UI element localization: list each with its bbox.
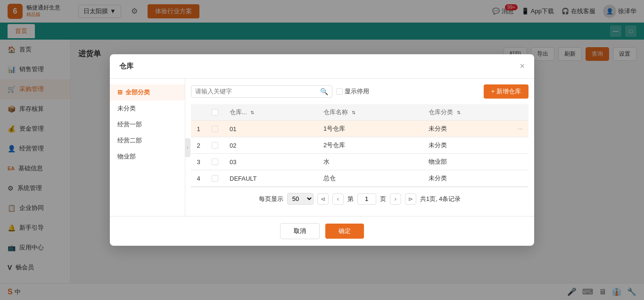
warehouse-table: 仓库... ⇅ 仓库名称 ⇅ 仓库分类 ⇅ xyxy=(191,104,528,187)
search-input[interactable] xyxy=(195,88,320,95)
search-wrap: 🔍 xyxy=(191,85,332,98)
th-name: 仓库名称 ⇅ xyxy=(318,104,423,121)
row-num: 2 xyxy=(191,137,206,154)
search-icon[interactable]: 🔍 xyxy=(320,88,328,95)
modal-header: 仓库 × xyxy=(110,54,534,79)
category-item-dept2[interactable]: 经营二部 xyxy=(110,133,185,149)
table-row[interactable]: 2 02 2号仓库 未分类 xyxy=(191,137,528,154)
per-page-label: 每页显示 xyxy=(259,195,283,203)
warehouse-name: 1号仓库 xyxy=(318,120,423,137)
warehouse-category: 物业部 xyxy=(423,154,528,170)
close-icon[interactable]: × xyxy=(520,62,525,70)
cancel-button[interactable]: 取消 xyxy=(280,223,320,239)
category-item-dept1[interactable]: 经营一部 xyxy=(110,117,185,133)
warehouse-name: 总仓 xyxy=(318,170,423,187)
row-checkbox-cell xyxy=(206,137,224,154)
category-all[interactable]: ⊞ 全部分类 xyxy=(110,84,185,100)
row-checkbox[interactable] xyxy=(212,125,218,132)
table-row[interactable]: 1 01 1号仓库 未分类 ··· xyxy=(191,120,528,137)
warehouse-name: 水 xyxy=(318,154,423,170)
pagination-bar: 每页显示 50 100 200 ⊲ ‹ 第 页 › ⊳ 共1页, 4条记录 xyxy=(191,187,528,210)
row-num: 3 xyxy=(191,154,206,170)
table-header-row: 仓库... ⇅ 仓库名称 ⇅ 仓库分类 ⇅ xyxy=(191,104,528,121)
warehouse-code: DEFAULT xyxy=(224,170,318,187)
modal-title: 仓库 xyxy=(119,62,133,71)
show-disabled-label: 显示停用 xyxy=(345,87,369,96)
warehouse-code: 02 xyxy=(224,137,318,154)
category-all-label: 全部分类 xyxy=(125,88,150,97)
sort-category-icon: ⇅ xyxy=(457,110,461,115)
row-checkbox[interactable] xyxy=(212,175,218,182)
th-code: 仓库... ⇅ xyxy=(224,104,318,121)
right-panel: 🔍 显示停用 + 新增仓库 xyxy=(185,79,534,217)
panel-collapse-button[interactable]: ‹ xyxy=(185,138,190,157)
per-page-select[interactable]: 50 100 200 xyxy=(287,193,314,205)
table-row[interactable]: 3 03 水 物业部 xyxy=(191,154,528,170)
warehouse-category: 未分类 xyxy=(423,170,528,187)
more-icon[interactable]: ··· xyxy=(518,125,523,132)
page-num-label: 第 xyxy=(347,195,354,203)
th-category: 仓库分类 ⇅ xyxy=(423,104,528,121)
table-container: 仓库... ⇅ 仓库名称 ⇅ 仓库分类 ⇅ xyxy=(191,104,528,187)
prev-page-button[interactable]: ‹ xyxy=(332,193,344,205)
right-toolbar: 🔍 显示停用 + 新增仓库 xyxy=(191,84,528,99)
show-disabled-wrap: 显示停用 xyxy=(336,87,369,96)
row-num: 1 xyxy=(191,120,206,137)
warehouse-name: 2号仓库 xyxy=(318,137,423,154)
row-checkbox-cell xyxy=(206,120,224,137)
first-page-button[interactable]: ⊲ xyxy=(317,193,329,205)
warehouse-modal: 仓库 × ⊞ 全部分类 未分类 经营一部 经营二部 xyxy=(110,54,534,246)
grid-icon: ⊞ xyxy=(117,89,123,96)
warehouse-category: 未分类 ··· xyxy=(423,121,528,137)
th-checkbox xyxy=(206,104,224,121)
sort-name-icon: ⇅ xyxy=(352,110,355,115)
show-disabled-checkbox[interactable] xyxy=(336,88,343,95)
row-checkbox[interactable] xyxy=(212,158,218,165)
modal-footer: 取消 确定 xyxy=(110,216,534,246)
category-item-property[interactable]: 物业部 xyxy=(110,149,185,165)
row-checkbox-cell xyxy=(206,154,224,170)
modal-body: ⊞ 全部分类 未分类 经营一部 经营二部 物业部 ‹ xyxy=(110,79,534,217)
next-page-button[interactable]: › xyxy=(390,193,401,205)
th-num xyxy=(191,104,206,121)
row-num: 4 xyxy=(191,170,206,187)
add-warehouse-button[interactable]: + 新增仓库 xyxy=(484,84,528,99)
warehouse-code: 01 xyxy=(224,120,318,137)
select-all-checkbox[interactable] xyxy=(212,109,218,116)
overlay: 仓库 × ⊞ 全部分类 未分类 经营一部 经营二部 xyxy=(0,0,644,300)
table-row[interactable]: 4 DEFAULT 总仓 未分类 xyxy=(191,170,528,187)
row-checkbox-cell xyxy=(206,170,224,187)
sort-code-icon: ⇅ xyxy=(250,110,254,115)
page-number-input[interactable] xyxy=(357,193,376,205)
page-label: 页 xyxy=(380,195,386,203)
warehouse-code: 03 xyxy=(224,154,318,170)
warehouse-category: 未分类 xyxy=(423,137,528,154)
last-page-button[interactable]: ⊳ xyxy=(405,193,416,205)
category-panel: ⊞ 全部分类 未分类 经营一部 经营二部 物业部 ‹ xyxy=(110,79,185,217)
category-item-unclassified[interactable]: 未分类 xyxy=(110,100,185,117)
row-checkbox[interactable] xyxy=(212,142,218,149)
total-label: 共1页, 4条记录 xyxy=(420,195,461,203)
confirm-button[interactable]: 确定 xyxy=(325,224,364,239)
